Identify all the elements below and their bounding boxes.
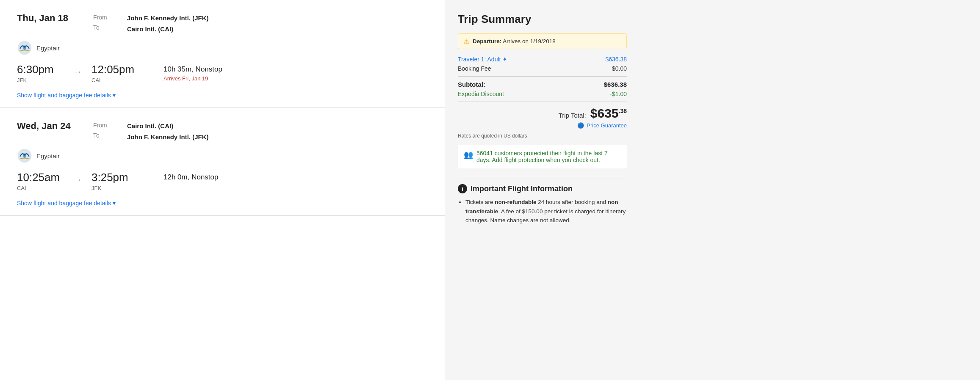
airline-name-1: Egyptair — [36, 44, 60, 52]
from-to-labels-2: From To — [93, 121, 123, 141]
rates-note: Rates are quoted in US dollars — [458, 133, 627, 139]
flight-times-1: 6:30pm JFK → 12:05pm CAI 10h 35m, Nonsto… — [17, 63, 428, 83]
to-label-1: To — [93, 23, 123, 33]
protection-icon: 👥 — [464, 150, 473, 160]
warning-text: Departure: Arrives on 1/19/2018 — [473, 38, 556, 44]
duration-block-2: 12h 0m, Nonstop — [163, 171, 218, 183]
trip-summary-sidebar: Trip Summary ⚠ Departure: Arrives on 1/1… — [445, 0, 639, 380]
traveler-row: Traveler 1: Adult ✦ $636.38 — [458, 56, 627, 63]
trip-total-row: Trip Total: $635.38 — [458, 106, 627, 121]
subtotal-value: $636.38 — [604, 81, 627, 88]
from-airport-2: Cairo Intl. (CAI) — [127, 121, 209, 132]
arrive-time-2: 3:25pm — [91, 171, 147, 184]
protection-text: 56041 customers protected their flight i… — [476, 150, 621, 163]
important-text-item: Tickets are non-refundable 24 hours afte… — [465, 198, 627, 225]
info-circle-icon: i — [458, 184, 467, 193]
divider-2 — [458, 102, 627, 102]
duration-block-1: 10h 35m, Nonstop Arrives Fri, Jan 19 — [163, 63, 222, 82]
flight-card-1: Thu, Jan 18 From To John F. Kennedy Intl… — [0, 0, 445, 108]
depart-block-1: 6:30pm JFK — [17, 63, 64, 83]
duration-text-1: 10h 35m, Nonstop — [163, 65, 222, 74]
from-label-1: From — [93, 13, 123, 23]
airport-block-1: John F. Kennedy Intl. (JFK) Cairo Intl. … — [127, 13, 209, 34]
traveler-price: $636.38 — [605, 56, 627, 63]
trip-total-cents: .38 — [619, 107, 627, 114]
price-guarantee-text: Price Guarantee — [587, 122, 627, 129]
depart-code-2: CAI — [17, 185, 64, 191]
flight-card-2: Wed, Jan 24 From To Cairo Intl. (CAI) Jo… — [0, 108, 445, 216]
trip-total-price: $635.38 — [590, 106, 627, 121]
arrive-code-1: CAI — [91, 77, 147, 83]
arrive-block-1: 12:05pm CAI — [91, 63, 147, 83]
warning-detail: Arrives on 1/19/2018 — [503, 38, 556, 44]
booking-fee-label: Booking Fee — [458, 65, 491, 72]
booking-fee-row: Booking Fee $0.00 — [458, 65, 627, 72]
arrow-1: → — [64, 63, 91, 77]
show-details-link-1[interactable]: Show flight and baggage fee details ▾ — [17, 92, 116, 99]
from-airport-1: John F. Kennedy Intl. (JFK) — [127, 13, 209, 24]
discount-value: -$1.00 — [610, 91, 627, 97]
to-airport-2: John F. Kennedy Intl. (JFK) — [127, 132, 209, 143]
depart-code-1: JFK — [17, 77, 64, 83]
booking-fee-value: $0.00 — [612, 65, 627, 72]
warning-label: Departure: — [473, 38, 501, 44]
subtotal-row: Subtotal: $636.38 — [458, 81, 627, 88]
discount-row: Expedia Discount -$1.00 — [458, 91, 627, 97]
price-guarantee-icon: 🔵 — [577, 122, 584, 129]
arrive-block-2: 3:25pm JFK — [91, 171, 147, 191]
important-text-list: Tickets are non-refundable 24 hours afte… — [458, 198, 627, 225]
egyptair-logo-2 — [17, 148, 32, 163]
airport-block-2: Cairo Intl. (CAI) John F. Kennedy Intl. … — [127, 121, 209, 142]
price-guarantee[interactable]: 🔵 Price Guarantee — [458, 122, 627, 129]
trip-summary-title: Trip Summary — [458, 13, 627, 26]
svg-point-3 — [23, 154, 26, 158]
arrives-note-1: Arrives Fri, Jan 19 — [163, 75, 222, 82]
discount-label: Expedia Discount — [458, 91, 504, 97]
important-title: i Important Flight Information — [458, 184, 627, 193]
flight-date-1: Thu, Jan 18 — [17, 13, 93, 24]
airline-row-1: Egyptair — [17, 40, 428, 55]
arrive-code-2: JFK — [91, 185, 147, 191]
important-title-text: Important Flight Information — [471, 184, 573, 193]
warning-icon: ⚠ — [463, 37, 469, 45]
flight-date-2: Wed, Jan 24 — [17, 121, 93, 132]
arrow-2: → — [64, 171, 91, 185]
arrive-time-1: 12:05pm — [91, 63, 147, 76]
trip-total-label: Trip Total: — [559, 112, 586, 119]
trip-total-dollars: $635 — [590, 106, 619, 120]
subtotal-label: Subtotal: — [458, 81, 485, 88]
flight-times-2: 10:25am CAI → 3:25pm JFK 12h 0m, Nonstop — [17, 171, 428, 191]
depart-time-2: 10:25am — [17, 171, 64, 184]
svg-point-1 — [23, 46, 26, 50]
show-details-link-2[interactable]: Show flight and baggage fee details ▾ — [17, 200, 116, 207]
airline-row-2: Egyptair — [17, 148, 428, 163]
depart-time-1: 6:30pm — [17, 63, 64, 76]
depart-block-2: 10:25am CAI — [17, 171, 64, 191]
from-label-2: From — [93, 121, 123, 131]
to-label-2: To — [93, 131, 123, 141]
to-airport-1: Cairo Intl. (CAI) — [127, 24, 209, 35]
important-info-section: i Important Flight Information Tickets a… — [458, 177, 627, 225]
traveler-label[interactable]: Traveler 1: Adult ✦ — [458, 56, 507, 63]
warning-banner: ⚠ Departure: Arrives on 1/19/2018 — [458, 33, 627, 49]
egyptair-logo-1 — [17, 40, 32, 55]
from-to-labels-1: From To — [93, 13, 123, 33]
divider-1 — [458, 76, 627, 77]
duration-text-2: 12h 0m, Nonstop — [163, 173, 218, 182]
airline-name-2: Egyptair — [36, 152, 60, 160]
protection-block: 👥 56041 customers protected their flight… — [458, 145, 627, 168]
